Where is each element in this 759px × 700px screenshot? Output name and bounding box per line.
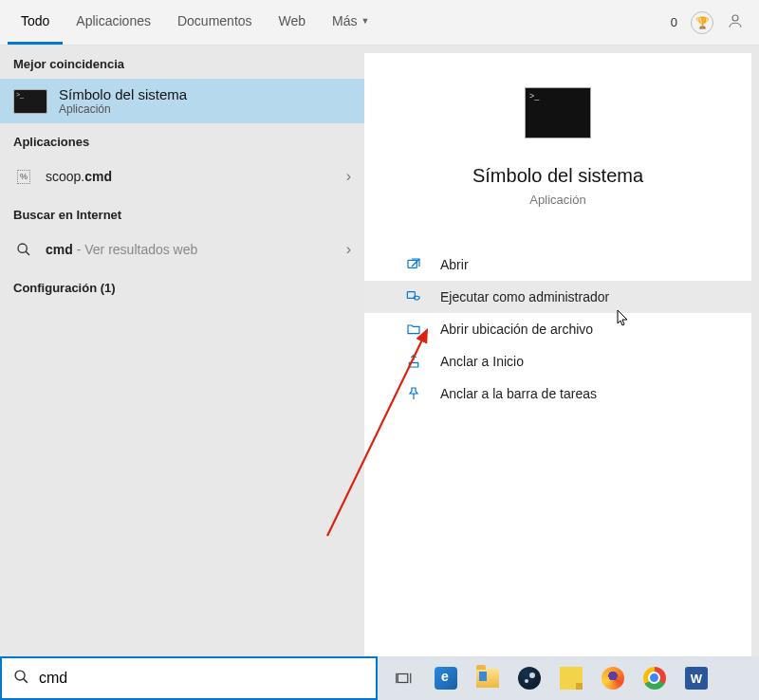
- taskview-icon[interactable]: [385, 660, 423, 696]
- pin-start-icon: [406, 354, 423, 369]
- steam-icon[interactable]: [510, 660, 548, 696]
- best-match-sub: Aplicación: [59, 102, 187, 116]
- chevron-down-icon: ▼: [361, 16, 370, 26]
- search-icon: [13, 239, 34, 260]
- result-web-search[interactable]: cmd - Ver resultados web ›: [0, 230, 364, 269]
- search-icon: [13, 669, 29, 689]
- results-column: Mejor coincidencia Símbolo del sistema A…: [0, 46, 364, 656]
- rewards-count: 0: [671, 15, 677, 29]
- svg-line-7: [24, 678, 28, 682]
- scoop-label: scoop.cmd: [46, 169, 346, 184]
- firefox-icon[interactable]: [594, 660, 632, 696]
- section-best-match: Mejor coincidencia: [0, 46, 364, 79]
- word-icon[interactable]: W: [677, 660, 715, 696]
- best-match-text: Símbolo del sistema Aplicación: [59, 86, 187, 116]
- detail-panel: Símbolo del sistema Aplicación Abrir Eje…: [364, 53, 751, 656]
- action-open-label: Abrir: [440, 257, 469, 272]
- chevron-right-icon: ›: [346, 168, 351, 185]
- script-icon: %: [13, 166, 34, 187]
- section-apps: Aplicaciones: [0, 123, 364, 157]
- detail-header: Símbolo del sistema Aplicación: [364, 53, 751, 207]
- tabs: Todo Aplicaciones Documentos Web Más ▼: [8, 0, 382, 45]
- section-config: Configuración (1): [0, 269, 364, 303]
- action-pin-task-label: Anclar a la barra de tareas: [440, 386, 597, 401]
- best-match-title: Símbolo del sistema: [59, 86, 187, 102]
- web-bold: cmd: [46, 242, 73, 257]
- section-internet: Buscar en Internet: [0, 196, 364, 230]
- action-pin-start-label: Anclar a Inicio: [440, 354, 524, 369]
- action-open[interactable]: Abrir: [364, 249, 751, 281]
- svg-line-2: [26, 251, 29, 255]
- scoop-pre: scoop.: [46, 169, 84, 184]
- svg-point-6: [15, 671, 25, 680]
- top-right-controls: 0 🏆: [671, 11, 751, 34]
- chevron-right-icon: ›: [346, 241, 351, 258]
- action-open-location[interactable]: Abrir ubicación de archivo: [364, 313, 751, 345]
- ie-icon[interactable]: [427, 660, 465, 696]
- pin-taskbar-icon: [406, 386, 423, 401]
- tab-todo[interactable]: Todo: [8, 0, 63, 45]
- detail-sub: Aplicación: [529, 193, 585, 207]
- action-pin-taskbar[interactable]: Anclar a la barra de tareas: [364, 378, 751, 410]
- tab-documentos[interactable]: Documentos: [164, 0, 266, 45]
- web-label: cmd - Ver resultados web: [46, 242, 346, 257]
- search-input[interactable]: [39, 670, 364, 687]
- action-run-admin[interactable]: Ejecutar como administrador: [364, 281, 751, 313]
- sticky-notes-icon[interactable]: [552, 660, 590, 696]
- search-box[interactable]: [0, 656, 378, 700]
- tab-aplicaciones[interactable]: Aplicaciones: [63, 0, 164, 45]
- top-tabs-bar: Todo Aplicaciones Documentos Web Más ▼ 0…: [0, 0, 759, 46]
- best-match-item[interactable]: Símbolo del sistema Aplicación: [0, 79, 364, 123]
- actions-list: Abrir Ejecutar como administrador Abrir …: [364, 249, 751, 410]
- cmd-icon: [13, 89, 47, 114]
- main-area: Mejor coincidencia Símbolo del sistema A…: [0, 46, 759, 656]
- cmd-big-icon: [525, 87, 591, 138]
- trophy-icon[interactable]: 🏆: [691, 11, 713, 34]
- tab-web[interactable]: Web: [266, 0, 320, 45]
- svg-point-0: [732, 15, 738, 21]
- taskbar: W: [378, 656, 759, 700]
- file-explorer-icon[interactable]: [469, 660, 507, 696]
- open-icon: [406, 257, 423, 272]
- folder-icon: [406, 322, 423, 337]
- action-admin-label: Ejecutar como administrador: [440, 289, 609, 304]
- result-scoop-cmd[interactable]: % scoop.cmd ›: [0, 157, 364, 196]
- svg-rect-8: [398, 674, 408, 683]
- action-loc-label: Abrir ubicación de archivo: [440, 322, 593, 337]
- scoop-bold: cmd: [84, 169, 112, 184]
- tab-mas-label: Más: [332, 13, 357, 28]
- action-pin-start[interactable]: Anclar a Inicio: [364, 345, 751, 378]
- avatar-icon[interactable]: [727, 12, 744, 33]
- detail-title: Símbolo del sistema: [472, 165, 643, 187]
- svg-point-1: [18, 244, 27, 252]
- admin-icon: [406, 289, 423, 304]
- tab-mas[interactable]: Más ▼: [319, 0, 382, 45]
- web-gray: - Ver resultados web: [73, 242, 198, 257]
- chrome-icon[interactable]: [636, 660, 674, 696]
